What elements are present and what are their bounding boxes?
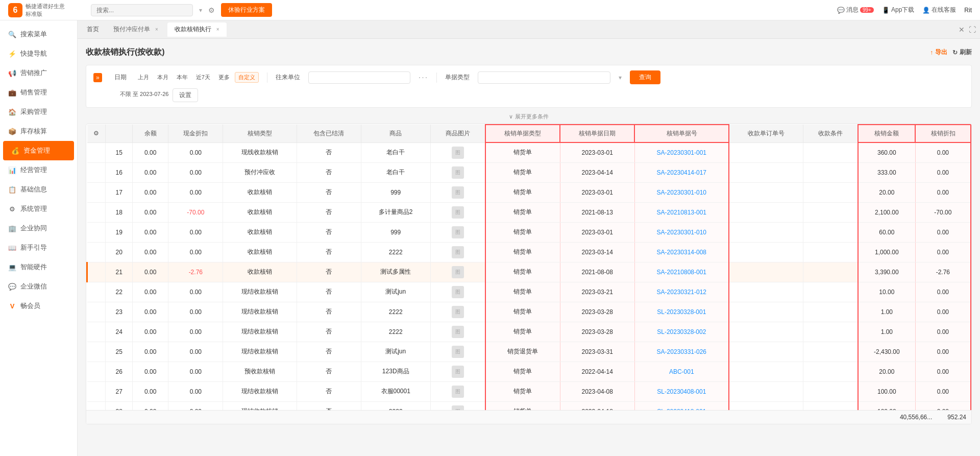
bill-no-link[interactable]: SA-20230331-026	[657, 348, 706, 355]
td-bill-no[interactable]: ABC-001	[634, 362, 729, 381]
online-service-link[interactable]: 👤 在线客服	[922, 6, 956, 14]
dropdown-icon[interactable]: ▾	[199, 7, 202, 14]
td-goods: 老白干	[361, 142, 430, 162]
td-bill-no[interactable]: SA-20230301-010	[634, 222, 729, 242]
td-receipt-order-no	[729, 182, 803, 202]
counterparty-dots[interactable]: ···	[419, 73, 428, 82]
tab-prepayment[interactable]: 预付冲应付单 ×	[106, 22, 165, 37]
settings-col-icon[interactable]: ⚙	[93, 130, 99, 137]
td-writeoff-type: 现线收款核销	[223, 142, 297, 162]
app-download-link[interactable]: 📱 App下载	[882, 6, 914, 14]
footer-total-discount: 952.24	[947, 414, 966, 421]
receipt-type-dropdown-icon[interactable]: ▾	[619, 74, 622, 81]
refresh-button[interactable]: ↻ 刷新	[952, 48, 972, 57]
sidebar-item-shortcuts[interactable]: ⚡ 快捷导航	[0, 44, 77, 63]
td-bill-no[interactable]: SA-20210813-001	[634, 202, 729, 222]
td-balance: 0.00	[133, 222, 168, 242]
filter-bar: » 日期 上月 本月 本年 近7天 更多 自定义 往来单位 ···	[86, 65, 972, 108]
bill-no-link[interactable]: SA-20230321-012	[657, 289, 706, 296]
sidebar-item-operations[interactable]: 📊 经营管理	[0, 160, 77, 180]
sidebar-label-purchase: 采购管理	[20, 107, 47, 116]
bill-no-link[interactable]: SA-20230414-017	[657, 169, 706, 176]
bill-no-link[interactable]: SA-20230314-008	[657, 249, 706, 256]
solution-button[interactable]: 休验行业方案	[221, 3, 272, 17]
td-writeoff-amount: 60.00	[858, 222, 915, 242]
tab-fullscreen-icon[interactable]: ⛶	[969, 26, 976, 34]
date-btn-thisyear[interactable]: 本年	[174, 72, 191, 83]
sidebar-item-hardware[interactable]: 💻 智能硬件	[0, 257, 77, 277]
export-button[interactable]: ↑ 导出	[930, 48, 947, 57]
th-include-settled: 包含已结清	[297, 125, 361, 142]
top-search-input[interactable]	[91, 4, 193, 16]
td-bill-no[interactable]: SL-20230328-002	[634, 322, 729, 342]
tab-close-prepayment[interactable]: ×	[155, 27, 158, 32]
sidebar-item-enterprise[interactable]: 🏢 企业协同	[0, 219, 77, 238]
td-bill-date: 2023-04-08	[560, 381, 634, 401]
filter-toggle-btn[interactable]: »	[93, 73, 102, 82]
bill-no-link[interactable]: SA-20230301-001	[657, 149, 706, 156]
sidebar-item-purchase[interactable]: 🏠 采购管理	[0, 102, 77, 122]
query-button[interactable]: 查询	[630, 70, 660, 84]
td-bill-no[interactable]: SA-20210808-001	[634, 262, 729, 282]
bill-no-link[interactable]: SA-20210813-001	[657, 209, 706, 216]
td-bill-date: 2023-04-14	[560, 162, 634, 182]
td-include-settled: 否	[297, 222, 361, 242]
td-bill-no[interactable]: SL-20230408-001	[634, 381, 729, 401]
tab-close-icon[interactable]: ✕	[959, 26, 965, 34]
top-gear-icon[interactable]: ⚙	[208, 6, 215, 14]
sidebar-item-base[interactable]: 📋 基础信息	[0, 180, 77, 199]
td-bill-date: 2023-03-21	[560, 282, 634, 302]
bill-no-link[interactable]: ABC-001	[669, 368, 694, 375]
tab-home[interactable]: 首页	[82, 25, 104, 34]
bill-no-link[interactable]: SL-20230408-001	[657, 388, 706, 395]
td-cash-discount: 0.00	[168, 222, 223, 242]
sidebar-item-finance[interactable]: 💰 资金管理	[3, 141, 74, 160]
td-balance: 0.00	[133, 282, 168, 302]
td-bill-no[interactable]: SA-20230331-026	[634, 342, 729, 362]
date-btn-custom[interactable]: 自定义	[235, 72, 259, 83]
td-goods-image: 图	[430, 282, 485, 302]
td-bill-no[interactable]: SA-20230414-017	[634, 162, 729, 182]
bill-no-link[interactable]: SA-20230301-010	[657, 189, 706, 196]
sidebar-item-guide[interactable]: 📖 新手引导	[0, 238, 77, 257]
messages-icon[interactable]: 💬 消息99+	[837, 6, 874, 14]
td-settings	[87, 162, 106, 182]
bill-no-link[interactable]: SL-20230328-002	[657, 328, 706, 335]
date-btn-7days[interactable]: 近7天	[193, 72, 213, 83]
date-btn-lastmonth[interactable]: 上月	[135, 72, 152, 83]
td-include-settled: 否	[297, 242, 361, 262]
tab-close-writeoff[interactable]: ×	[216, 27, 219, 32]
table-scroll-area[interactable]: ⚙ 余额 现金折扣 核销类型 包含已结清 商品 商品图片 核销单据类型 核销单据…	[86, 124, 971, 410]
td-writeoff-discount: 0.00	[915, 242, 971, 262]
td-receipt-order-no	[729, 282, 803, 302]
sidebar-item-search[interactable]: 🔍 搜索菜单	[0, 25, 77, 44]
sidebar-item-inventory[interactable]: 📦 库存核算	[0, 122, 77, 141]
sidebar-item-sales[interactable]: 💼 销售管理	[0, 83, 77, 102]
sidebar-label-search: 搜索菜单	[20, 30, 47, 39]
date-btn-thismonth[interactable]: 本月	[154, 72, 172, 83]
sidebar-item-system[interactable]: ⚙ 系统管理	[0, 199, 77, 219]
bill-no-link[interactable]: SA-20210808-001	[657, 269, 706, 276]
sidebar-item-wechat[interactable]: 💬 企业微信	[0, 277, 77, 296]
filter-separator-1	[267, 73, 267, 83]
receipt-type-select[interactable]	[478, 71, 610, 84]
bill-no-link[interactable]: SA-20230301-010	[657, 229, 706, 236]
date-btn-more[interactable]: 更多	[215, 72, 233, 83]
settings-button[interactable]: 设置	[173, 88, 198, 102]
expand-conditions-button[interactable]: ∨ 展开更多条件	[509, 113, 549, 121]
user-name[interactable]: Rit	[964, 7, 972, 14]
sidebar-item-marketing[interactable]: 📢 营销推广	[0, 63, 77, 83]
td-writeoff-type: 收款核销	[223, 182, 297, 202]
tab-writeoff[interactable]: 收款核销执行 ×	[167, 22, 227, 37]
td-bill-no[interactable]: SA-20230321-012	[634, 282, 729, 302]
td-bill-no[interactable]: SA-20230314-008	[634, 242, 729, 262]
td-bill-no[interactable]: SL-20230418-001	[634, 401, 729, 410]
td-bill-no[interactable]: SA-20230301-001	[634, 142, 729, 162]
bill-no-link[interactable]: SL-20230418-001	[657, 408, 706, 411]
counterparty-input[interactable]	[308, 71, 410, 84]
td-bill-no[interactable]: SA-20230301-010	[634, 182, 729, 202]
bill-no-link[interactable]: SL-20230328-001	[657, 308, 706, 316]
sidebar-item-member[interactable]: V 畅会员	[0, 296, 77, 316]
td-bill-no[interactable]: SL-20230328-001	[634, 302, 729, 322]
td-goods-image: 图	[430, 262, 485, 282]
